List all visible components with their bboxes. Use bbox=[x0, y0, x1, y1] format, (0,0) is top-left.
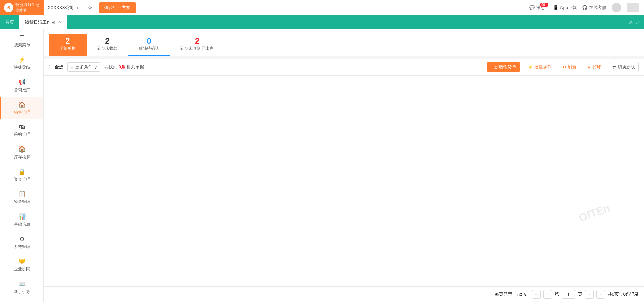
enterprise-icon: 🤝 bbox=[18, 258, 26, 265]
base-info-icon: 📊 bbox=[18, 213, 26, 220]
company-name: XXXXXX公司 bbox=[48, 5, 74, 11]
sidebar-item-search-label: 搜索菜单 bbox=[14, 42, 30, 48]
watermark: OfTEn bbox=[577, 202, 612, 225]
page-label: 第 bbox=[555, 291, 559, 297]
stat-all-label: 全部单据 bbox=[60, 46, 76, 51]
total-info: 共0页，0条记录 bbox=[608, 291, 639, 297]
filter-label: 更多条件 bbox=[75, 64, 93, 70]
stat-tab-wangwang[interactable]: 0 旺辅待确认 bbox=[128, 34, 170, 56]
refresh-icon: ↻ bbox=[562, 65, 566, 70]
header-right: 💬 消息 99+ 📱 App下载 🎧 在线客服 bbox=[529, 3, 639, 12]
sidebar-item-purchase[interactable]: 🛍 采购管理 bbox=[0, 119, 43, 141]
stat-tab-all[interactable]: 2 全部单据 bbox=[49, 34, 87, 56]
quick-nav-icon: ⚡ bbox=[18, 56, 26, 63]
per-page-select[interactable]: 50 ∨ bbox=[515, 291, 529, 298]
stat-overdue-label: 到期未收款 bbox=[97, 46, 117, 51]
sidebar-item-enterprise[interactable]: 🤝 企业协同 bbox=[0, 254, 43, 276]
sidebar-item-app-center[interactable]: 📥 应用中心 bbox=[0, 299, 43, 302]
page-suffix: 页 bbox=[578, 291, 582, 297]
sidebar-item-base-info-label: 基础信息 bbox=[14, 222, 30, 227]
content-area: 2 全部单据 2 到期未收款 0 旺辅待确认 2 到期未收款 已出库 全选 bbox=[44, 29, 644, 302]
tab-expand-button[interactable]: ⤢ bbox=[636, 19, 640, 26]
stat-wangwang-label: 旺辅待确认 bbox=[139, 46, 159, 51]
tab-bar: 首页 钱货日清工作台 ✕ ✕ ⤢ bbox=[0, 15, 644, 29]
tab-close-icon[interactable]: ✕ bbox=[59, 20, 62, 25]
tab-workbench[interactable]: 钱货日清工作台 ✕ bbox=[19, 15, 67, 29]
stat-tab-overdue-shipped[interactable]: 2 到期未收款 已出库 bbox=[170, 34, 224, 56]
service-label: 在线客服 bbox=[589, 5, 606, 11]
prev-page-button[interactable]: ‹ bbox=[543, 290, 552, 299]
sidebar-item-guide[interactable]: 📖 新手引导 bbox=[0, 276, 43, 299]
tab-close-window-button[interactable]: ✕ bbox=[629, 19, 633, 26]
stat-overdue-shipped-number: 2 bbox=[195, 36, 199, 46]
batch-ops-icon: ⚡ bbox=[528, 65, 533, 70]
trial-button[interactable]: 体验行业方案 bbox=[99, 2, 136, 13]
stat-wangwang-number: 0 bbox=[147, 36, 151, 46]
sidebar-item-base-info[interactable]: 📊 基础信息 bbox=[0, 209, 43, 231]
select-all-label: 全选 bbox=[55, 64, 63, 70]
gear-icon: ⚙ bbox=[88, 4, 92, 11]
last-page-button[interactable]: » bbox=[596, 290, 605, 299]
batch-ops-button[interactable]: ⚡ 批量操作 bbox=[524, 62, 555, 72]
filter-button[interactable]: ▽ 更多条件 ∨ bbox=[67, 62, 100, 72]
new-sale-button[interactable]: + 新增销货单 bbox=[487, 62, 520, 72]
company-selector[interactable]: XXXXXX公司 ▼ bbox=[44, 0, 84, 15]
user-menu[interactable] bbox=[627, 3, 639, 12]
online-service-button[interactable]: 🎧 在线客服 bbox=[582, 5, 606, 11]
logo-area: 6 畅捷通好生意 标准版 bbox=[0, 0, 44, 15]
pagination-bar: 每页显示 50 ∨ « ‹ 第 页 › » 共0页，0条记录 bbox=[44, 286, 644, 302]
refresh-button[interactable]: ↻ 刷新 bbox=[559, 62, 580, 72]
settings-button[interactable]: ⚙ bbox=[84, 0, 96, 15]
guide-icon: 📖 bbox=[18, 280, 26, 288]
company-chevron: ▼ bbox=[76, 6, 79, 10]
found-text: 共找到 0条 相关单据 bbox=[104, 64, 144, 70]
switch-icon: ⇄ bbox=[612, 65, 616, 70]
per-page-chevron: ∨ bbox=[524, 292, 527, 297]
sidebar-item-system[interactable]: ⚙ 系统管理 bbox=[0, 231, 43, 254]
select-all-input[interactable] bbox=[49, 65, 53, 69]
sidebar-item-quick-nav[interactable]: ⚡ 快捷导航 bbox=[0, 52, 43, 74]
switch-version-button[interactable]: ⇄ 切换新版 bbox=[609, 62, 639, 72]
top-header: 6 畅捷通好生意 标准版 XXXXXX公司 ▼ ⚙ 体验行业方案 💬 消息 99… bbox=[0, 0, 644, 15]
stat-overdue-shipped-label: 到期未收款 已出库 bbox=[180, 46, 214, 51]
first-page-button[interactable]: « bbox=[532, 290, 541, 299]
service-icon: 🎧 bbox=[582, 5, 587, 10]
next-page-button[interactable]: › bbox=[585, 290, 594, 299]
sales-icon: 🏠 bbox=[18, 101, 26, 108]
tab-home[interactable]: 首页 bbox=[0, 15, 19, 29]
sidebar-item-finance[interactable]: 🔒 资金管理 bbox=[0, 164, 43, 186]
main-layout: ☰ 搜索菜单 ⚡ 快捷导航 📢 营销推广 🏠 销售管理 🛍 采购管理 🏠 库存核… bbox=[0, 29, 644, 302]
print-icon: 🖨 bbox=[587, 65, 591, 70]
sidebar-item-operations[interactable]: 📋 经营管理 bbox=[0, 186, 43, 209]
system-icon: ⚙ bbox=[19, 235, 25, 243]
app-download-button[interactable]: 📱 App下载 bbox=[553, 5, 577, 11]
logo-icon: 6 bbox=[4, 3, 13, 12]
app-label: App下载 bbox=[560, 5, 577, 11]
marketing-icon: 📢 bbox=[18, 78, 26, 86]
print-button[interactable]: 🖨 打印 bbox=[584, 62, 605, 72]
sidebar-item-sales-label: 销售管理 bbox=[14, 110, 30, 115]
sidebar-item-quick-nav-label: 快捷导航 bbox=[14, 65, 30, 70]
sidebar-item-operations-label: 经营管理 bbox=[14, 199, 30, 205]
message-button[interactable]: 💬 消息 99+ bbox=[529, 5, 545, 11]
sidebar-item-inventory-label: 库存核算 bbox=[14, 154, 30, 160]
toolbar: 全选 ▽ 更多条件 ∨ 共找到 0条 相关单据 + 新增销货单 ⚡ 批量操作 ↻ bbox=[44, 59, 644, 76]
purchase-icon: 🛍 bbox=[19, 123, 25, 130]
stat-tab-overdue[interactable]: 2 到期未收款 bbox=[87, 34, 128, 56]
page-number-input[interactable] bbox=[562, 290, 575, 299]
filter-chevron-icon: ∨ bbox=[94, 65, 97, 70]
sidebar-item-search[interactable]: ☰ 搜索菜单 bbox=[0, 29, 43, 52]
stats-tabs: 2 全部单据 2 到期未收款 0 旺辅待确认 2 到期未收款 已出库 bbox=[44, 29, 644, 56]
sidebar-item-system-label: 系统管理 bbox=[14, 244, 30, 250]
found-count: 0条 bbox=[119, 64, 125, 69]
inventory-icon: 🏠 bbox=[18, 145, 26, 153]
batch-ops-label: 批量操作 bbox=[534, 64, 552, 70]
sidebar-item-marketing[interactable]: 📢 营销推广 bbox=[0, 74, 43, 97]
sidebar-item-sales[interactable]: 🏠 销售管理 bbox=[0, 97, 43, 119]
toolbar-right: + 新增销货单 ⚡ 批量操作 ↻ 刷新 🖨 打印 ⇄ 切换新版 bbox=[487, 62, 639, 72]
select-all-checkbox[interactable]: 全选 bbox=[49, 64, 63, 70]
avatar[interactable] bbox=[612, 3, 621, 12]
sidebar-item-inventory[interactable]: 🏠 库存核算 bbox=[0, 141, 43, 164]
table-area: OfTEn bbox=[44, 76, 644, 286]
search-menu-icon: ☰ bbox=[19, 34, 25, 41]
